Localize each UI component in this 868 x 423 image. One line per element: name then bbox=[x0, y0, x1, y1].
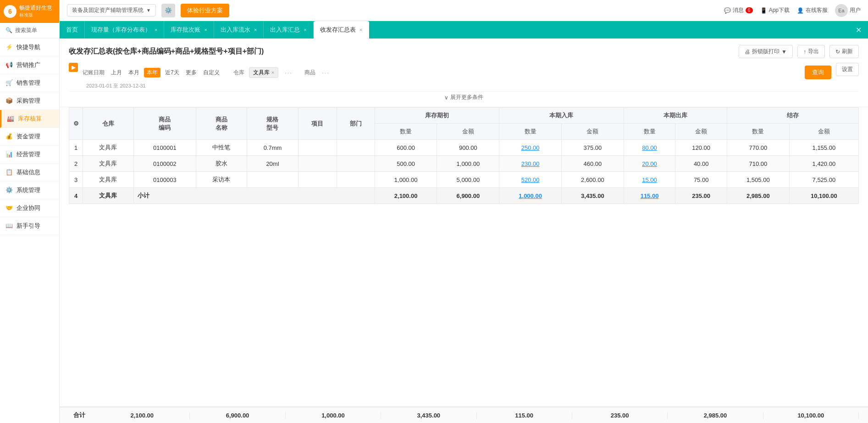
close-all-tabs-btn[interactable]: ✕ bbox=[849, 26, 868, 34]
row-out-qty[interactable]: 15.00 bbox=[624, 172, 675, 188]
sidebar-item-inventory[interactable]: 🏭 库存核算 bbox=[0, 110, 59, 128]
subtotal-out-qty[interactable]: 115.00 bbox=[624, 188, 675, 204]
row-in-qty[interactable]: 520.00 bbox=[499, 172, 562, 188]
online-service-item[interactable]: 👤 在线客服 bbox=[797, 6, 828, 14]
date-btn-this-year[interactable]: 本年 bbox=[144, 68, 160, 77]
subtotal-bal-qty: 2,985.00 bbox=[727, 188, 789, 204]
topbar: 装备及固定资产辅助管理系统 ▼ ⚙️ 体验行业方案 💬 消息 6 📱 App下载… bbox=[60, 0, 868, 21]
print-btn[interactable]: 🖨 拆锁版打印 ▼ bbox=[739, 45, 793, 58]
message-item[interactable]: 💬 消息 6 bbox=[724, 6, 753, 14]
row-open-amt: 1,000.00 bbox=[437, 156, 499, 172]
row-code: 0100002 bbox=[133, 156, 196, 172]
column-settings-btn[interactable]: 设置 bbox=[836, 63, 859, 76]
row-seq: 2 bbox=[69, 156, 83, 172]
total-bal-amt: 10,100.00 bbox=[763, 412, 859, 419]
row-seq: 1 bbox=[69, 140, 83, 156]
sidebar-item-quick[interactable]: ⚡ 快捷导航 bbox=[0, 38, 59, 56]
table-footer: 合计 2,100.00 6,900.00 1,000.00 3,435.00 1… bbox=[60, 407, 868, 423]
row-out-amt: 120.00 bbox=[675, 140, 727, 156]
filter-row: 记账日期 上月 本月 本年 近7天 更多 自定义 仓库 文具库 × bbox=[83, 63, 831, 82]
date-btn-custom[interactable]: 自定义 bbox=[201, 68, 221, 77]
sidebar-item-finance[interactable]: 💰 资金管理 bbox=[0, 128, 59, 146]
date-btn-more[interactable]: 更多 bbox=[184, 68, 199, 77]
tab-recv-summary[interactable]: 收发存汇总表 × bbox=[314, 21, 369, 38]
tab-close-batch[interactable]: × bbox=[204, 27, 207, 33]
footer-cells: 2,100.00 6,900.00 1,000.00 3,435.00 115.… bbox=[94, 412, 859, 419]
col-bal-qty: 数量 bbox=[727, 124, 789, 140]
tab-home[interactable]: 首页 bbox=[60, 21, 85, 38]
sidebar-item-sales[interactable]: 🛒 销售管理 bbox=[0, 74, 59, 92]
warehouse-filter-dots[interactable]: ··· bbox=[285, 69, 293, 76]
row-in-amt: 2,600.00 bbox=[561, 172, 624, 188]
row-project bbox=[299, 156, 337, 172]
row-project bbox=[299, 172, 337, 188]
row-dept bbox=[337, 172, 375, 188]
goods-filter-dots[interactable]: ··· bbox=[322, 69, 330, 76]
expand-conditions-btn[interactable]: ∨ 展开更多条件 bbox=[444, 93, 483, 101]
col-out-qty: 数量 bbox=[624, 124, 675, 140]
tab-batch[interactable]: 库存批次账 × bbox=[164, 21, 214, 38]
sidebar: 6 畅捷通好生意 标准版 🔍 搜索菜单 ⚡ 快捷导航 📢 营销推广 🛒 销售管理… bbox=[0, 0, 60, 423]
col-name-header: 商品名称 bbox=[196, 108, 247, 140]
date-btn-7days[interactable]: 近7天 bbox=[163, 68, 181, 77]
search-menu-item[interactable]: 🔍 搜索菜单 bbox=[0, 23, 59, 38]
tab-close-recv-summary[interactable]: × bbox=[359, 27, 362, 33]
col-settings[interactable]: ⚙ bbox=[69, 108, 83, 140]
row-name: 采访本 bbox=[196, 172, 247, 188]
tab-close-inout-flow[interactable]: × bbox=[254, 27, 257, 33]
col-dept-header: 部门 bbox=[337, 108, 375, 140]
app-download-item[interactable]: 📱 App下载 bbox=[760, 6, 790, 14]
logo-title: 畅捷通好生意 bbox=[19, 5, 52, 12]
system-selector[interactable]: 装备及固定资产辅助管理系统 ▼ bbox=[67, 4, 156, 16]
sidebar-item-guide[interactable]: 📖 新手引导 bbox=[0, 217, 59, 235]
row-out-qty[interactable]: 80.00 bbox=[624, 140, 675, 156]
inventory-icon: 🏭 bbox=[7, 115, 14, 122]
settings-gear-icon[interactable]: ⚙️ bbox=[161, 4, 175, 17]
guide-icon: 📖 bbox=[6, 222, 13, 230]
row-project bbox=[299, 140, 337, 156]
warehouse-tag-close[interactable]: × bbox=[271, 70, 274, 75]
main-area: 装备及固定资产辅助管理系统 ▼ ⚙️ 体验行业方案 💬 消息 6 📱 App下载… bbox=[60, 0, 868, 423]
row-bal-qty: 1,505.00 bbox=[727, 172, 789, 188]
tab-inout-summary[interactable]: 出入库汇总 × bbox=[264, 21, 313, 38]
sidebar-item-marketing[interactable]: 📢 营销推广 bbox=[0, 56, 59, 74]
data-table: ⚙ 仓库 商品编码 商品名称 规格型号 项目 部门 库存期初 本期入库 本期出库… bbox=[69, 107, 859, 204]
filter-collapse-btn[interactable]: ▶ bbox=[69, 63, 78, 72]
tab-inout-flow[interactable]: 出入库流水 × bbox=[214, 21, 264, 38]
tab-close-inout-summary[interactable]: × bbox=[304, 27, 306, 33]
sidebar-logo: 6 畅捷通好生意 标准版 bbox=[0, 0, 59, 23]
export-btn[interactable]: ↑ 导出 bbox=[797, 45, 825, 58]
experience-btn[interactable]: 体验行业方案 bbox=[181, 4, 229, 17]
query-btn[interactable]: 查询 bbox=[805, 66, 831, 79]
subtotal-in-qty[interactable]: 1,000.00 bbox=[499, 188, 562, 204]
total-in-amt: 3,435.00 bbox=[381, 412, 476, 419]
sidebar-item-operation[interactable]: 📊 经营管理 bbox=[0, 146, 59, 164]
sidebar-item-system[interactable]: ⚙️ 系统管理 bbox=[0, 181, 59, 199]
total-in-qty: 1,000.00 bbox=[286, 412, 381, 419]
sidebar-item-corp[interactable]: 🤝 企业协同 bbox=[0, 199, 59, 217]
page-content: 收发存汇总表(按仓库+商品编码+商品+规格型号+项目+部门) 🖨 拆锁版打印 ▼… bbox=[60, 38, 868, 423]
row-code: 0100001 bbox=[133, 140, 196, 156]
base-icon: 📋 bbox=[6, 169, 13, 176]
row-dept bbox=[337, 156, 375, 172]
refresh-btn[interactable]: ↻ 刷新 bbox=[829, 45, 859, 58]
subtotal-warehouse: 文具库 bbox=[83, 188, 134, 204]
row-out-qty[interactable]: 20.00 bbox=[624, 156, 675, 172]
chevron-down-icon: ∨ bbox=[444, 94, 448, 101]
marketing-icon: 📢 bbox=[6, 61, 13, 69]
date-range-display: 2023-01-01 至 2023-12-31 bbox=[86, 83, 146, 88]
tab-close-inventory-dist[interactable]: × bbox=[155, 27, 157, 33]
tab-inventory-dist[interactable]: 现存量（库存分布表） × bbox=[85, 21, 164, 38]
row-in-qty[interactable]: 230.00 bbox=[499, 156, 562, 172]
sidebar-item-base[interactable]: 📋 基础信息 bbox=[0, 164, 59, 181]
subtotal-seq: 4 bbox=[69, 188, 83, 204]
logo-icon: 6 bbox=[4, 5, 17, 18]
user-item[interactable]: Ea 用户 bbox=[835, 4, 861, 17]
row-in-qty[interactable]: 250.00 bbox=[499, 140, 562, 156]
date-btn-last-month[interactable]: 上月 bbox=[109, 68, 124, 77]
sales-icon: 🛒 bbox=[6, 79, 13, 87]
sidebar-item-purchase[interactable]: 📦 采购管理 bbox=[0, 92, 59, 110]
date-btn-this-month[interactable]: 本月 bbox=[127, 68, 141, 77]
operation-icon: 📊 bbox=[6, 151, 13, 158]
page-actions: 🖨 拆锁版打印 ▼ ↑ 导出 ↻ 刷新 bbox=[739, 45, 859, 58]
